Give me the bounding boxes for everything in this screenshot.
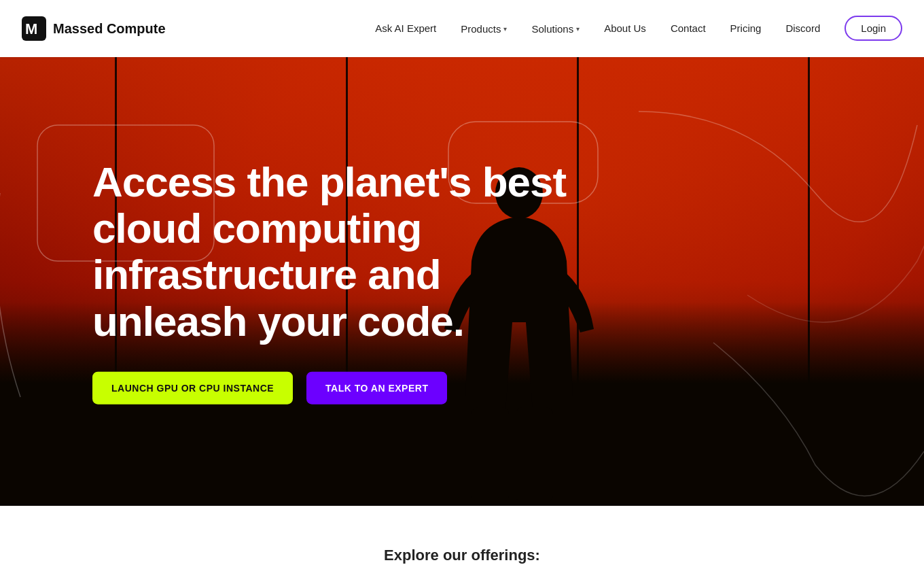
svg-text:M: M [25, 20, 37, 37]
nav-link-ask-ai-expert[interactable]: Ask AI Expert [375, 22, 436, 34]
hero-content: Access the planet's best cloud computing… [92, 159, 568, 405]
svg-rect-5 [472, 407, 509, 502]
chevron-down-icon: ▾ [503, 25, 507, 33]
login-button[interactable]: Login [845, 16, 902, 41]
offerings-title: Explore our offerings: [0, 547, 924, 564]
hero-title: Access the planet's best cloud computing… [92, 159, 568, 345]
launch-instance-button[interactable]: LAUNCH GPU OR CPU INSTANCE [92, 371, 293, 404]
hero-section: Access the planet's best cloud computing… [0, 57, 924, 506]
nav-link-contact[interactable]: Contact [671, 22, 706, 34]
nav-links: Ask AI Expert Products ▾ Solutions ▾ Abo… [375, 22, 902, 35]
nav-link-products[interactable]: Products ▾ [461, 23, 507, 35]
offerings-section: Explore our offerings: [0, 506, 924, 584]
brand-name: Massed Compute [53, 21, 166, 37]
nav-item-ask-ai-expert[interactable]: Ask AI Expert [375, 22, 436, 35]
chevron-down-icon: ▾ [576, 25, 580, 33]
logo-link[interactable]: M Massed Compute [22, 16, 166, 41]
nav-link-pricing[interactable]: Pricing [730, 22, 762, 34]
svg-rect-6 [516, 407, 553, 502]
nav-item-pricing[interactable]: Pricing [730, 22, 762, 35]
nav-link-solutions[interactable]: Solutions ▾ [531, 23, 580, 35]
nav-item-solutions[interactable]: Solutions ▾ [531, 23, 580, 35]
nav-item-about-us[interactable]: About Us [604, 22, 646, 35]
hero-actions: LAUNCH GPU OR CPU INSTANCE TALK TO AN EX… [92, 371, 568, 404]
nav-link-about-us[interactable]: About Us [604, 22, 646, 34]
nav-item-discord[interactable]: Discord [785, 22, 820, 35]
nav-link-discord[interactable]: Discord [785, 22, 820, 34]
navbar: M Massed Compute Ask AI Expert Products … [0, 0, 924, 57]
nav-item-contact[interactable]: Contact [671, 22, 706, 35]
nav-item-products[interactable]: Products ▾ [461, 23, 507, 35]
talk-to-expert-button[interactable]: TALK TO AN EXPERT [306, 371, 447, 404]
nav-item-login[interactable]: Login [845, 22, 902, 35]
logo-icon: M [22, 16, 46, 41]
